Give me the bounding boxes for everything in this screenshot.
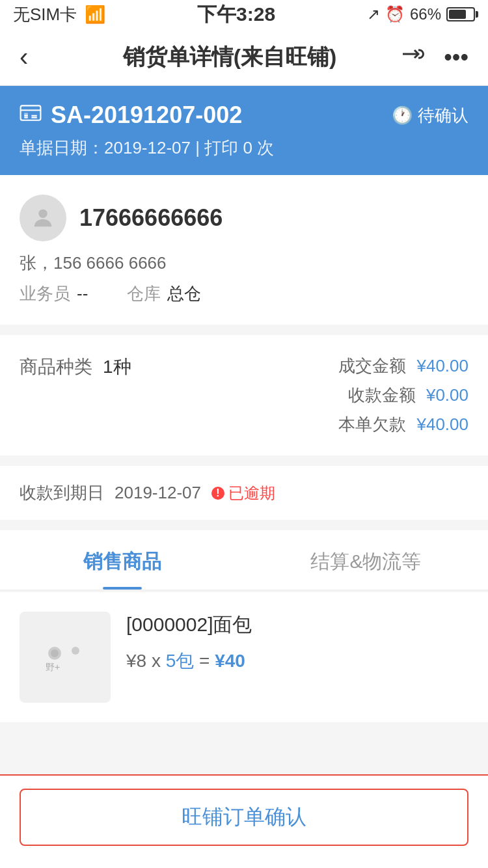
customer-info: 张，156 6666 6666	[20, 252, 468, 275]
product-card: 野+ [0000002]面包 ¥8 x 5包 = ¥40	[0, 592, 488, 722]
svg-text:野+: 野+	[46, 662, 60, 672]
stats-right: 成交金额 ¥40.00 收款金额 ¥0.00 本单欠款 ¥40.00	[338, 355, 468, 436]
stats-left: 商品种类 1种	[20, 355, 131, 379]
nav-actions: •••	[401, 42, 468, 72]
order-id-text: SA-20191207-002	[51, 102, 242, 129]
transaction-value: ¥40.00	[416, 356, 468, 376]
product-name: [0000002]面包	[126, 612, 468, 638]
order-icon	[20, 102, 42, 129]
product-info: [0000002]面包 ¥8 x 5包 = ¥40	[126, 612, 468, 703]
customer-phone: 17666666666	[79, 204, 223, 232]
status-left: 无SIM卡 📶	[13, 3, 105, 26]
svg-point-5	[72, 647, 79, 655]
salesperson-value: --	[77, 284, 88, 304]
goods-type-value: 1种	[103, 355, 131, 379]
product-thumbnail: 野+	[20, 612, 111, 703]
transaction-label: 成交金额	[338, 355, 406, 377]
confirm-order-button[interactable]: 旺铺订单确认	[20, 789, 468, 846]
product-qty: 5包	[166, 651, 195, 671]
warehouse-label: 仓库	[127, 282, 161, 305]
customer-meta: 业务员 -- 仓库 总仓	[20, 282, 468, 305]
svg-point-2	[38, 210, 47, 218]
due-date-card: 收款到期日 2019-12-07 ! 已逾期	[0, 466, 488, 520]
tab-settle[interactable]: 结算&物流等	[244, 530, 488, 590]
svg-rect-1	[24, 113, 28, 117]
battery-icon	[446, 7, 475, 21]
due-date-value: 2019-12-07	[115, 483, 201, 503]
battery-percent: 66%	[410, 5, 441, 23]
carrier-text: 无SIM卡	[13, 3, 77, 26]
product-price: ¥8 x 5包 = ¥40	[126, 649, 468, 673]
tabs-container: 销售商品 结算&物流等	[0, 530, 488, 591]
status-time: 下午3:28	[197, 1, 275, 28]
tab-sales[interactable]: 销售商品	[0, 530, 244, 590]
receipt-label: 收款金额	[348, 384, 416, 407]
location-icon: ↗	[367, 5, 380, 23]
overdue-badge: ! 已逾期	[211, 483, 275, 504]
equals-sign: =	[199, 651, 210, 671]
wifi-icon: 📶	[85, 5, 105, 25]
receipt-row: 收款金额 ¥0.00	[348, 384, 468, 407]
product-total: ¥40	[215, 651, 245, 671]
product-unit-price: ¥8	[126, 651, 146, 671]
bottom-button-area: 旺铺订单确认	[0, 774, 488, 868]
back-button[interactable]: ‹	[20, 42, 59, 72]
alarm-icon: ⏰	[385, 5, 405, 23]
debt-label: 本单欠款	[338, 413, 406, 436]
goods-type-label: 商品种类	[20, 355, 92, 379]
receipt-value: ¥0.00	[426, 385, 468, 405]
order-header-top: SA-20191207-002 🕐 待确认	[20, 102, 468, 129]
nav-title: 销货单详情(来自旺铺)	[123, 42, 337, 72]
debt-row: 本单欠款 ¥40.00	[338, 413, 468, 436]
salesperson-field: 业务员 --	[20, 282, 88, 305]
order-status: 🕐 待确认	[392, 104, 468, 127]
stats-card: 商品种类 1种 成交金额 ¥40.00 收款金额 ¥0.00 本单欠款 ¥40.…	[0, 335, 488, 455]
nav-bar: ‹ 销货单详情(来自旺铺) •••	[0, 29, 488, 86]
multiply-sign: x	[152, 651, 161, 671]
debt-value: ¥40.00	[416, 414, 468, 435]
overdue-text: 已逾期	[228, 483, 275, 504]
svg-rect-0	[21, 105, 41, 120]
customer-card: 17666666666 张，156 6666 6666 业务员 -- 仓库 总仓	[0, 175, 488, 325]
order-id: SA-20191207-002	[20, 102, 242, 129]
overdue-icon: !	[211, 487, 224, 500]
order-header: SA-20191207-002 🕐 待确认 单据日期：2019-12-07 | …	[0, 86, 488, 175]
status-bar: 无SIM卡 📶 下午3:28 ↗ ⏰ 66%	[0, 0, 488, 29]
transaction-row: 成交金额 ¥40.00	[338, 355, 468, 377]
order-status-text: 待确认	[418, 104, 468, 127]
due-date-label: 收款到期日	[20, 481, 104, 504]
customer-avatar	[20, 195, 66, 241]
warehouse-value: 总仓	[167, 282, 201, 305]
svg-point-4	[51, 649, 59, 657]
salesperson-label: 业务员	[20, 282, 70, 305]
clock-icon: 🕐	[392, 105, 413, 126]
order-date: 单据日期：2019-12-07 | 打印 0 次	[20, 137, 468, 159]
more-icon[interactable]: •••	[444, 44, 468, 71]
warehouse-field: 仓库 总仓	[127, 282, 201, 305]
status-right: ↗ ⏰ 66%	[367, 5, 475, 23]
customer-top: 17666666666	[20, 195, 468, 241]
share-icon[interactable]	[401, 42, 424, 72]
